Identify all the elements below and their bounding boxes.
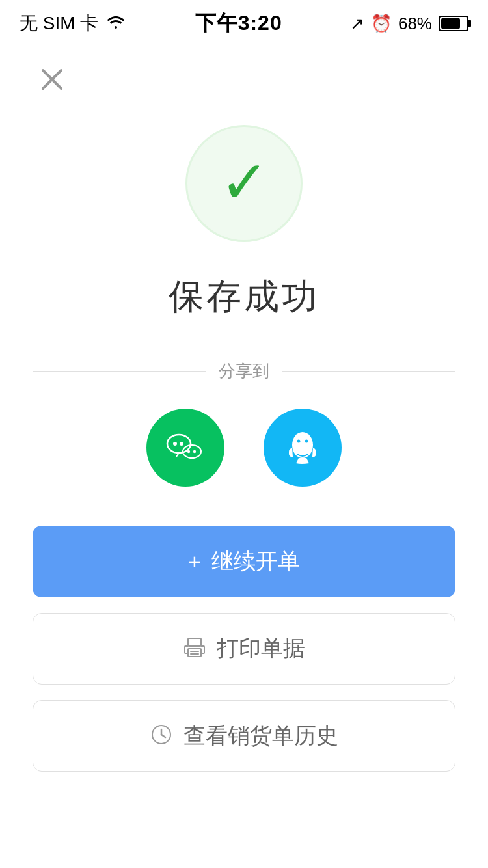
svg-point-10 xyxy=(297,440,301,443)
status-bar: 无 SIM 卡 下午3:20 ↗ ⏰ 68% xyxy=(0,0,488,47)
share-section: 分享到 xyxy=(33,360,455,487)
svg-point-11 xyxy=(305,440,308,443)
continue-icon: + xyxy=(188,550,201,573)
battery-percent: 68% xyxy=(398,14,432,34)
checkmark-icon: ✓ xyxy=(220,153,269,211)
close-button[interactable] xyxy=(33,60,72,99)
continue-button[interactable]: + 继续开单 xyxy=(33,526,455,597)
svg-line-18 xyxy=(161,735,165,737)
status-left: 无 SIM 卡 xyxy=(20,11,127,36)
print-icon xyxy=(183,636,206,662)
main-content: ✓ 保存成功 分享到 xyxy=(0,47,488,798)
close-icon xyxy=(38,65,66,94)
close-button-container xyxy=(33,60,455,99)
history-button[interactable]: 查看销货单历史 xyxy=(33,700,455,772)
divider-line-right xyxy=(282,371,455,372)
svg-point-6 xyxy=(187,450,190,453)
share-qq-button[interactable] xyxy=(264,409,342,487)
battery-bar xyxy=(439,16,468,31)
battery-fill xyxy=(441,18,460,29)
share-wechat-button[interactable] xyxy=(146,409,224,487)
share-icons-container xyxy=(33,409,455,487)
printer-svg xyxy=(183,636,206,659)
share-label: 分享到 xyxy=(219,360,269,383)
alarm-icon: ⏰ xyxy=(371,14,392,34)
time-display: 下午3:20 xyxy=(195,9,282,38)
svg-point-7 xyxy=(193,450,196,453)
svg-point-4 xyxy=(180,442,183,446)
svg-point-3 xyxy=(173,442,177,446)
location-icon: ↗ xyxy=(350,14,364,34)
history-label: 查看销货单历史 xyxy=(183,721,338,751)
print-label: 打印单据 xyxy=(217,634,305,664)
success-title: 保存成功 xyxy=(169,273,319,321)
wifi-icon xyxy=(105,13,127,34)
carrier-text: 无 SIM 卡 xyxy=(20,11,98,36)
wechat-icon xyxy=(162,424,209,471)
history-icon xyxy=(150,723,173,750)
svg-point-9 xyxy=(295,433,310,452)
share-divider: 分享到 xyxy=(33,360,455,383)
divider-line-left xyxy=(33,371,206,372)
success-icon-circle: ✓ xyxy=(185,125,303,242)
svg-point-2 xyxy=(167,435,191,453)
continue-label: 继续开单 xyxy=(211,547,300,576)
status-right: ↗ ⏰ 68% xyxy=(350,14,468,34)
clock-svg xyxy=(150,723,173,746)
svg-rect-13 xyxy=(188,649,201,657)
print-button[interactable]: 打印单据 xyxy=(33,613,455,685)
actions-container: + 继续开单 打印单据 xyxy=(33,526,455,772)
qq-icon xyxy=(279,424,326,471)
svg-rect-12 xyxy=(188,638,201,646)
